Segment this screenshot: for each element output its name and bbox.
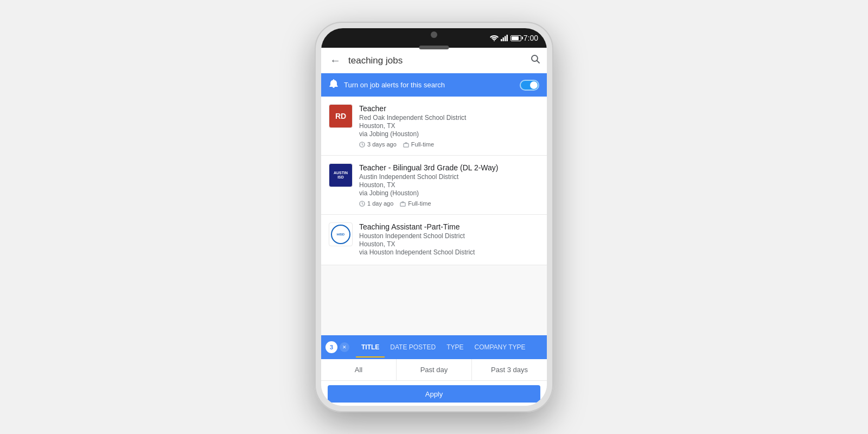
phone-device: 7:00 ← teaching jobs Turn on job alerts … [315, 22, 553, 412]
job-info-3: Teaching Assistant -Part-Time Houston In… [359, 222, 539, 259]
job-via-2: via Jobing (Houston) [359, 189, 539, 197]
status-time: 7:00 [524, 34, 538, 42]
filter-tab-title[interactable]: TITLE [356, 337, 385, 358]
briefcase-icon-2 [400, 201, 406, 207]
svg-rect-8 [404, 143, 409, 146]
job-company-3: Houston Independent School District [359, 232, 539, 240]
svg-rect-1 [501, 39, 502, 41]
filter-clear-button[interactable]: ✕ [340, 342, 349, 352]
job-via-3: via Houston Independent School District [359, 248, 539, 256]
clock-icon [359, 142, 365, 148]
job-posted-1: 3 days ago [359, 141, 397, 148]
job-location-3: Houston, TX [359, 240, 539, 248]
search-icon[interactable] [531, 54, 540, 67]
status-icons [490, 35, 521, 41]
svg-rect-4 [506, 35, 508, 41]
signal-icon [501, 35, 508, 41]
bell-icon [329, 79, 339, 91]
filter-count-badge: 3 [326, 341, 337, 353]
date-filter-options: All Past day Past 3 days [321, 359, 547, 381]
job-meta-1: 3 days ago Full-time [359, 141, 539, 148]
alert-banner: Turn on job alerts for this search [321, 73, 547, 97]
job-location-2: Houston, TX [359, 181, 539, 189]
jobs-container: RD Teacher Red Oak Independent School Di… [321, 97, 547, 335]
job-card-1[interactable]: RD Teacher Red Oak Independent School Di… [321, 97, 547, 156]
job-meta-2: 1 day ago Full-time [359, 200, 539, 207]
briefcase-icon [403, 142, 409, 148]
phone-camera [431, 31, 437, 38]
back-button[interactable]: ← [328, 52, 343, 69]
job-info-1: Teacher Red Oak Independent School Distr… [359, 104, 539, 148]
company-logo-1: RD [329, 104, 353, 128]
filter-tab-date[interactable]: DATE POSTED [385, 337, 441, 358]
phone-screen: 7:00 ← teaching jobs Turn on job alerts … [321, 28, 547, 406]
svg-rect-2 [502, 37, 504, 41]
date-option-pastday[interactable]: Past day [397, 359, 472, 380]
company-logo-3: HISD [329, 222, 353, 246]
hisd-logo: HISD [331, 225, 350, 244]
job-card-2[interactable]: AUSTINISD Teacher - Bilingual 3rd Grade … [321, 156, 547, 215]
filter-bar: 3 ✕ TITLE DATE POSTED TYPE COMPANY TYPE [321, 335, 547, 359]
search-bar: ← teaching jobs [321, 48, 547, 73]
job-card-3[interactable]: HISD Teaching Assistant -Part-Time Houst… [321, 215, 547, 265]
filter-tab-type[interactable]: TYPE [441, 337, 469, 358]
job-company-2: Austin Independent School District [359, 173, 539, 181]
clock-icon-2 [359, 201, 365, 207]
job-type-1: Full-time [403, 141, 434, 148]
svg-rect-3 [505, 36, 506, 42]
job-via-1: via Jobing (Houston) [359, 130, 539, 138]
date-option-all[interactable]: All [321, 359, 397, 380]
job-location-1: Houston, TX [359, 122, 539, 130]
job-company-1: Red Oak Independent School District [359, 114, 539, 122]
wifi-icon [490, 35, 499, 41]
job-title-2: Teacher - Bilingual 3rd Grade (DL 2-Way) [359, 163, 539, 172]
alert-text: Turn on job alerts for this search [344, 81, 514, 89]
job-alert-toggle[interactable] [520, 80, 539, 91]
battery-icon [510, 35, 521, 41]
apply-button[interactable]: Apply [328, 385, 540, 403]
filter-tab-company[interactable]: COMPANY TYPE [469, 337, 531, 358]
date-option-past3days[interactable]: Past 3 days [472, 359, 547, 380]
svg-rect-10 [400, 202, 405, 206]
phone-speaker [419, 46, 449, 49]
search-query[interactable]: teaching jobs [348, 55, 525, 66]
job-title-1: Teacher [359, 104, 539, 113]
svg-point-0 [494, 40, 495, 41]
job-posted-2: 1 day ago [359, 200, 393, 207]
job-title-3: Teaching Assistant -Part-Time [359, 222, 539, 231]
svg-line-6 [537, 61, 540, 63]
apply-area: Apply [321, 381, 547, 406]
job-info-2: Teacher - Bilingual 3rd Grade (DL 2-Way)… [359, 163, 539, 207]
job-type-2: Full-time [400, 200, 431, 207]
company-logo-2: AUSTINISD [329, 163, 353, 187]
